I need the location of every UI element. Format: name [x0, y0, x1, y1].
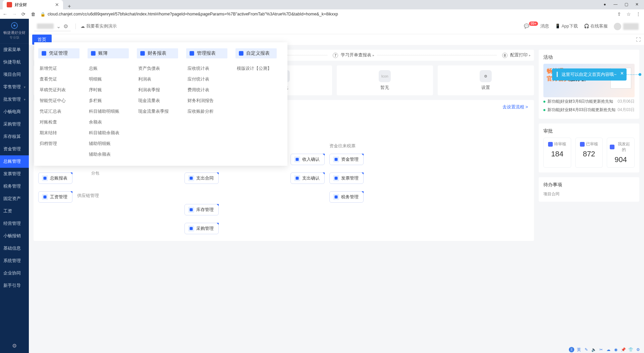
mega-link[interactable]: 新增凭证 — [38, 63, 79, 74]
sidebar-item-15[interactable]: 小畅报销 — [0, 230, 29, 242]
quick-card-empty[interactable]: Icon暂无 — [337, 65, 433, 95]
fullscreen-icon[interactable]: ⛶ — [636, 37, 641, 42]
sidebar-item-10[interactable]: 发票管理 — [0, 168, 29, 180]
forward-icon[interactable]: → — [12, 11, 17, 17]
node-invoice[interactable]: 发票管理 — [329, 172, 364, 184]
mega-link[interactable]: 归档管理 — [38, 138, 79, 149]
mega-link[interactable]: 利润表 — [137, 74, 178, 85]
mega-link[interactable]: 查看凭证 — [38, 74, 79, 85]
news-item[interactable]: 新功能|好业财4月03日功能更新抢先知04月03日 — [543, 106, 635, 114]
node-income-confirm[interactable]: 收入确认 — [290, 154, 325, 165]
mega-link[interactable]: 序时账 — [88, 85, 129, 95]
message-link[interactable]: 💬 99+ 消息 — [524, 23, 549, 29]
mega-link[interactable]: 余额表 — [88, 117, 129, 128]
more-icon[interactable]: ● — [602, 2, 607, 7]
share-icon[interactable]: ⇪ — [617, 11, 623, 17]
mega-link[interactable]: 明细账 — [88, 74, 129, 85]
gear-icon[interactable]: ⚙ — [63, 23, 68, 30]
mega-link[interactable]: 总账 — [88, 63, 129, 74]
mega-link[interactable]: 科目辅助明细账 — [88, 106, 129, 117]
mega-link[interactable]: 财务利润报告 — [186, 95, 227, 106]
mega-link[interactable]: 费用统计表 — [186, 85, 227, 95]
sidebar-item-19[interactable]: 新手引导 — [0, 280, 29, 292]
mega-link[interactable]: 资产负债表 — [137, 63, 178, 74]
node-ledger[interactable]: 总账报表 — [38, 172, 72, 184]
tray-edit-icon[interactable]: ✎ — [584, 347, 589, 352]
user-menu[interactable] — [614, 23, 639, 30]
sidebar-item-1[interactable]: 快捷导航 — [0, 56, 29, 68]
sidebar-item-5[interactable]: 小畅电商 — [0, 106, 29, 118]
node-expend-confirm[interactable]: 支出确认 — [290, 172, 325, 184]
node-fund[interactable]: 资金管理 — [329, 154, 364, 165]
back-icon[interactable]: ← — [3, 11, 8, 17]
approval-card[interactable]: 已审核872 — [575, 138, 603, 168]
sidebar-item-16[interactable]: 基础信息 — [0, 242, 29, 255]
reload-icon[interactable]: ⟳ — [21, 11, 27, 17]
play-icon[interactable]: ▸ — [529, 53, 531, 57]
tab-close-icon[interactable]: ✕ — [55, 2, 59, 7]
mega-link[interactable]: 草稿凭证列表 — [38, 85, 79, 95]
sidebar-item-13[interactable]: 工资 — [0, 205, 29, 217]
app-download-link[interactable]: 📱 App下载 — [555, 23, 578, 29]
mega-link[interactable]: 凭证汇总表 — [38, 106, 79, 117]
node-purchase[interactable]: 采购管理 — [184, 223, 219, 234]
demo-link[interactable]: ☁ 我要看实例演示 — [75, 23, 117, 29]
node-payroll[interactable]: 工资管理 — [38, 191, 72, 203]
mega-link[interactable]: 应收账龄分析 — [186, 106, 227, 117]
mega-link[interactable]: 科目辅助余额表 — [88, 128, 129, 138]
support-link[interactable]: 🎧 在线客服 — [584, 23, 608, 29]
approval-card[interactable]: 我发起的904 — [607, 138, 635, 168]
close-icon[interactable]: ✕ — [635, 2, 639, 7]
new-tab-button[interactable]: + — [65, 3, 73, 9]
mega-link[interactable]: 智能凭证中心 — [38, 95, 79, 106]
menu-icon[interactable]: ⋮ — [636, 11, 641, 17]
quick-card-settings[interactable]: ⚙设置 — [438, 65, 534, 95]
url-field[interactable]: 🔒 cloud.chanjet.com/cc/u6d89qwnryel/57bf… — [40, 12, 613, 17]
sidebar-item-11[interactable]: 税务管理 — [0, 180, 29, 193]
delete-icon[interactable]: 🗑 — [31, 11, 36, 17]
mega-link[interactable]: 辅助余额表 — [88, 149, 129, 160]
minimize-icon[interactable]: — — [613, 2, 618, 7]
node-stock[interactable]: 库存管理 — [184, 204, 219, 215]
sidebar-item-14[interactable]: 经营管理 — [0, 217, 29, 230]
mega-link[interactable]: 应付统计表 — [186, 74, 227, 85]
sidebar-item-7[interactable]: 库存核算 — [0, 131, 29, 143]
setup-flow-link[interactable]: 去设置流程 > — [502, 104, 528, 110]
sidebar-item-18[interactable]: 企业协同 — [0, 267, 29, 280]
mega-link[interactable]: 现金流量表季报 — [137, 106, 178, 117]
tooltip-close-icon[interactable]: ✕ — [620, 71, 624, 76]
tray-shirt-icon[interactable]: 👕 — [628, 347, 633, 352]
tray-volume-icon[interactable]: 🔈 — [591, 347, 596, 352]
tray-app-icon[interactable]: 王 — [569, 347, 574, 352]
sidebar-item-4[interactable]: 批发管理▾ — [0, 93, 29, 106]
mega-link[interactable]: 利润表季报 — [137, 85, 178, 95]
mega-link[interactable]: 应收统计表 — [186, 63, 227, 74]
news-item[interactable]: 新功能|好业财3月6日功能更新抢先知03月06日 — [543, 97, 635, 106]
mega-link[interactable]: 现金流量表 — [137, 95, 178, 106]
tray-cloud-icon[interactable]: ☁ — [606, 347, 611, 352]
sidebar-item-2[interactable]: 项目合同 — [0, 68, 29, 81]
sidebar-item-0[interactable]: 搜索菜单 — [0, 44, 29, 56]
company-selector[interactable]: ⌄ ⚙ — [34, 22, 71, 31]
sidebar-item-3[interactable]: 零售管理▾ — [0, 81, 29, 93]
sidebar-item-6[interactable]: 采购管理 — [0, 118, 29, 131]
mega-link[interactable]: 期末结转 — [38, 128, 79, 138]
sidebar-item-12[interactable]: 固定资产 — [0, 193, 29, 205]
sidebar-item-9[interactable]: 总账管理 — [0, 155, 29, 168]
tray-pin-icon[interactable]: 📌 — [621, 347, 626, 352]
maximize-icon[interactable]: ▢ — [624, 2, 629, 7]
node-tax[interactable]: 税务管理 — [329, 191, 364, 203]
mega-link[interactable]: 模版设计【公测】 — [235, 63, 277, 74]
tray-scissors-icon[interactable]: ✂ — [598, 347, 604, 352]
mega-link[interactable]: 辅助明细账 — [88, 138, 129, 149]
tray-gear-icon[interactable]: ⚙ — [635, 347, 641, 352]
mega-link[interactable]: 对账检查 — [38, 117, 79, 128]
browser-tab[interactable]: 好业财 ✕ — [3, 0, 63, 9]
star-icon[interactable]: ☆ — [627, 11, 632, 17]
sidebar-item-8[interactable]: 资金管理 — [0, 143, 29, 155]
play-icon[interactable]: ▸ — [373, 53, 374, 57]
tray-ime-icon[interactable]: 英 — [576, 347, 582, 352]
sidebar-item-17[interactable]: 系统管理 — [0, 255, 29, 267]
mega-link[interactable]: 多栏账 — [88, 95, 129, 106]
approval-card[interactable]: 待审核184 — [543, 138, 571, 168]
